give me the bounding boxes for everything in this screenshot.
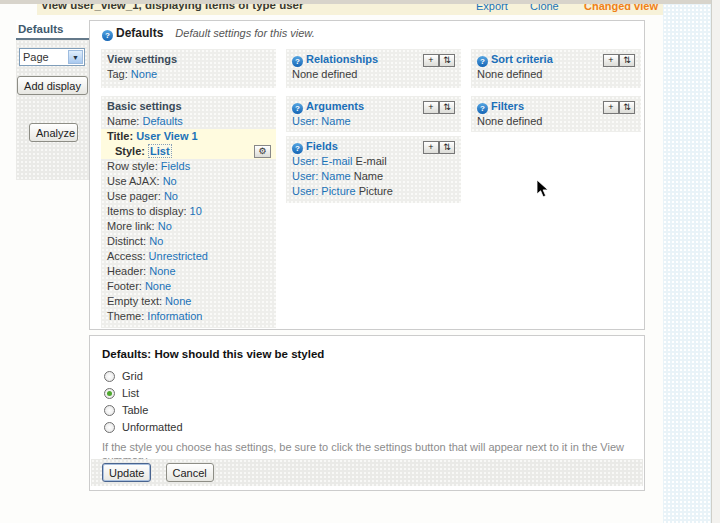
radio-icon[interactable] [104,371,115,382]
setting-value-link[interactable]: Fields [161,160,190,172]
setting-row: More link: No [107,219,270,234]
setting-value-link[interactable]: 10 [190,205,202,217]
view-settings-box: View settings Tag: None [101,49,276,88]
setting-label: Name: [107,115,139,127]
item-suffix: Name [354,170,383,182]
style-option-grid[interactable]: Grid [104,370,183,387]
view-summary-panel: ?DefaultsDefault settings for this view.… [89,20,645,330]
setting-value-link[interactable]: Unrestricted [149,250,208,262]
rearrange-icon[interactable]: ⇅ [439,101,455,114]
add-display-button[interactable]: Add display [17,76,88,95]
fields-box: ?Fields +⇅ User: E-mail E-mailUser: Name… [286,136,461,203]
help-icon[interactable]: ? [477,56,488,67]
relationships-empty-text: None defined [292,67,455,82]
radio-selected-icon[interactable] [104,388,115,399]
setting-label: More link: [107,220,155,232]
help-icon[interactable]: ? [292,103,303,114]
style-settings-gear-icon[interactable]: ⚙ [254,145,271,158]
setting-label: Use pager: [107,190,161,202]
display-controls-box: Page ▼ Add display Analyze [16,40,89,180]
fields-title-link[interactable]: Fields [306,140,338,152]
item-link[interactable]: User: Name [292,170,351,182]
update-button[interactable]: Update [102,463,151,482]
help-icon[interactable]: ? [292,143,303,154]
style-option-list[interactable]: List [104,387,183,404]
radio-icon[interactable] [104,405,115,416]
help-icon[interactable]: ? [292,56,303,67]
display-sidebar: Defaults Page ▼ Add display Analyze [16,20,89,180]
setting-row: Header: None [107,264,270,279]
item-link[interactable]: User: E-mail [292,155,353,167]
relationships-title-link[interactable]: Relationships [306,53,378,65]
chevron-down-icon: ▼ [68,50,83,64]
cancel-button[interactable]: Cancel [166,463,214,482]
setting-value-link[interactable]: None [149,265,175,277]
filters-box: ?Filters +⇅ None defined [471,96,641,132]
setting-label: Style: [115,145,145,157]
add-icon[interactable]: + [423,141,439,154]
add-icon[interactable]: + [423,54,439,67]
setting-value-link[interactable]: None [145,280,171,292]
analyze-button[interactable]: Analyze [29,123,78,142]
setting-row: Tag: None [107,67,270,82]
arguments-title-link[interactable]: Arguments [306,100,364,112]
setting-row: Use pager: No [107,189,270,204]
setting-label: Header: [107,265,146,277]
style-form-title: Defaults: How should this view be styled [102,348,324,360]
setting-label: Footer: [107,280,142,292]
add-icon[interactable]: + [603,54,619,67]
setting-value-link[interactable]: User View 1 [136,130,198,142]
setting-value-link[interactable]: None [165,295,191,307]
setting-row: Title: User View 1 [101,129,276,144]
page-background [663,4,711,523]
setting-value-link[interactable]: No [163,175,177,187]
style-option-unformatted[interactable]: Unformatted [104,421,183,438]
setting-row: Footer: None [107,279,270,294]
add-icon[interactable]: + [423,101,439,114]
scrollbar-track[interactable] [711,0,720,523]
style-option-label: List [122,387,139,399]
relationships-box: ?Relationships +⇅ None defined [286,49,461,88]
help-icon[interactable]: ? [477,103,488,114]
rearrange-icon[interactable]: ⇅ [439,141,455,154]
setting-row: Name: Defaults [107,114,270,129]
clone-link[interactable]: Clone [530,4,559,12]
rearrange-icon[interactable]: ⇅ [439,54,455,67]
display-type-select[interactable]: Page ▼ [19,48,85,66]
setting-value-link[interactable]: List [148,144,172,158]
setting-row: Distinct: No [107,234,270,249]
export-link[interactable]: Export [476,4,508,12]
style-option-table[interactable]: Table [104,404,183,421]
tab-defaults[interactable]: Defaults [16,20,89,40]
changed-view-link[interactable]: Changed view [584,4,658,12]
item-link[interactable]: User: Picture [292,185,356,197]
basic-settings-box: Basic settings Name: DefaultsTitle: User… [101,96,276,328]
setting-value-link[interactable]: No [164,190,178,202]
view-settings-title: View settings [107,53,177,65]
setting-value-link[interactable]: No [158,220,172,232]
item-link[interactable]: User: Name [292,115,351,127]
panel-subtitle: Default settings for this view. [175,27,314,39]
setting-value-link[interactable]: No [149,235,163,247]
sort-criteria-title-link[interactable]: Sort criteria [491,53,553,65]
setting-label: Tag: [107,68,128,80]
help-icon[interactable]: ? [102,30,113,41]
setting-row: Items to display: 10 [107,204,270,219]
setting-value-link[interactable]: None [131,68,157,80]
arguments-box: ?Arguments +⇅ User: Name [286,96,461,132]
setting-value-link[interactable]: Information [147,310,202,322]
setting-row: Use AJAX: No [107,174,270,189]
setting-row: Access: Unrestricted [107,249,270,264]
basic-settings-title: Basic settings [107,100,182,112]
setting-row: Row style: Fields [107,159,270,174]
item-suffix: E-mail [356,155,387,167]
setting-label: Title: [107,130,133,142]
panel-header: ?DefaultsDefault settings for this view. [102,26,315,41]
view-title: View user_view_1, displaying items of ty… [41,4,303,11]
add-icon[interactable]: + [603,101,619,114]
radio-icon[interactable] [104,422,115,433]
rearrange-icon[interactable]: ⇅ [619,101,635,114]
rearrange-icon[interactable]: ⇅ [619,54,635,67]
setting-value-link[interactable]: Defaults [142,115,182,127]
filters-title-link[interactable]: Filters [491,100,524,112]
